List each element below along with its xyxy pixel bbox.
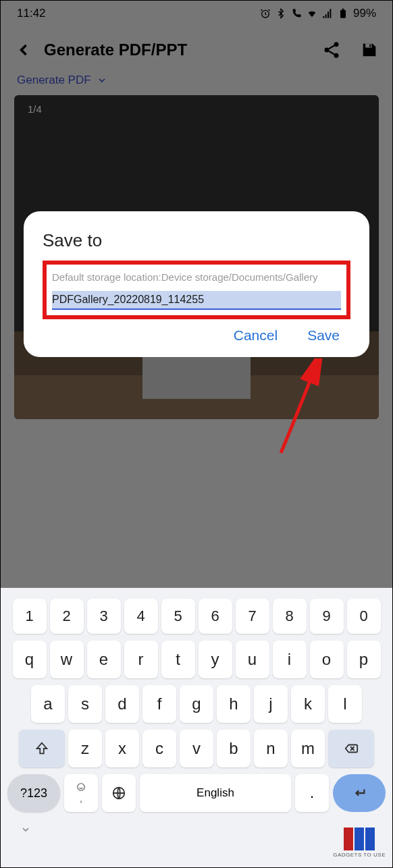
key-a[interactable]: a	[31, 685, 65, 723]
smiley-icon	[76, 782, 86, 792]
key-y[interactable]: y	[199, 641, 232, 678]
collapse-keyboard-icon[interactable]	[18, 824, 33, 835]
language-key[interactable]	[102, 774, 136, 812]
key-s[interactable]: s	[68, 685, 102, 723]
key-j[interactable]: j	[254, 685, 288, 723]
key-6[interactable]: 6	[199, 599, 232, 634]
key-u[interactable]: u	[236, 641, 269, 678]
globe-icon	[111, 786, 126, 801]
enter-icon	[350, 786, 368, 801]
key-b[interactable]: b	[217, 730, 251, 767]
key-e[interactable]: e	[87, 641, 121, 678]
key-1[interactable]: 1	[13, 599, 47, 634]
keyboard: 1 2 3 4 5 6 7 8 9 0 q w e r t y u i o p …	[1, 588, 392, 867]
key-3[interactable]: 3	[87, 599, 121, 634]
key-g[interactable]: g	[180, 685, 213, 723]
key-2[interactable]: 2	[50, 599, 84, 634]
shift-key[interactable]	[19, 730, 65, 767]
key-0[interactable]: 0	[347, 599, 381, 634]
key-x[interactable]: x	[105, 730, 139, 767]
emoji-key[interactable]: ,	[64, 774, 98, 812]
key-5[interactable]: 5	[161, 599, 195, 634]
keyboard-row-3: a s d f g h j k l	[5, 685, 388, 723]
svg-point-9	[78, 784, 85, 791]
key-n[interactable]: n	[254, 730, 288, 767]
key-7[interactable]: 7	[236, 599, 269, 634]
key-l[interactable]: l	[328, 685, 362, 723]
key-f[interactable]: f	[142, 685, 176, 723]
key-w[interactable]: w	[50, 641, 84, 678]
key-9[interactable]: 9	[310, 599, 344, 634]
key-v[interactable]: v	[180, 730, 213, 767]
keyboard-row-4: z x c v b n m	[5, 730, 388, 767]
key-t[interactable]: t	[161, 641, 195, 678]
space-key[interactable]: English	[140, 774, 291, 812]
enter-key[interactable]	[333, 774, 386, 812]
key-r[interactable]: r	[124, 641, 158, 678]
key-p[interactable]: p	[347, 641, 381, 678]
key-q[interactable]: q	[13, 641, 47, 678]
backspace-icon	[342, 741, 360, 756]
filename-input[interactable]	[52, 291, 341, 310]
key-8[interactable]: 8	[273, 599, 307, 634]
highlight-annotation: Default storage location:Device storage/…	[43, 261, 350, 319]
save-button[interactable]: Save	[307, 327, 340, 344]
storage-path-label: Default storage location:Device storage/…	[52, 271, 341, 283]
save-dialog: Save to Default storage location:Device …	[24, 211, 369, 357]
keyboard-row-numbers: 1 2 3 4 5 6 7 8 9 0	[5, 599, 388, 634]
cancel-button[interactable]: Cancel	[234, 327, 278, 344]
backspace-key[interactable]	[328, 730, 374, 767]
dialog-title: Save to	[43, 230, 350, 251]
key-c[interactable]: c	[142, 730, 176, 767]
key-k[interactable]: k	[291, 685, 325, 723]
keyboard-row-2: q w e r t y u i o p	[5, 641, 388, 678]
key-4[interactable]: 4	[124, 599, 158, 634]
symbols-key[interactable]: ?123	[7, 774, 60, 812]
key-o[interactable]: o	[310, 641, 344, 678]
key-m[interactable]: m	[291, 730, 325, 767]
period-key[interactable]: .	[295, 774, 329, 812]
key-i[interactable]: i	[273, 641, 307, 678]
keyboard-row-5: ?123 , English .	[5, 774, 388, 812]
watermark-text: GADGETS TO USE	[333, 852, 386, 858]
watermark: GADGETS TO USE	[333, 828, 386, 858]
key-h[interactable]: h	[217, 685, 251, 723]
key-d[interactable]: d	[105, 685, 139, 723]
shift-icon	[34, 741, 49, 756]
key-z[interactable]: z	[68, 730, 102, 767]
